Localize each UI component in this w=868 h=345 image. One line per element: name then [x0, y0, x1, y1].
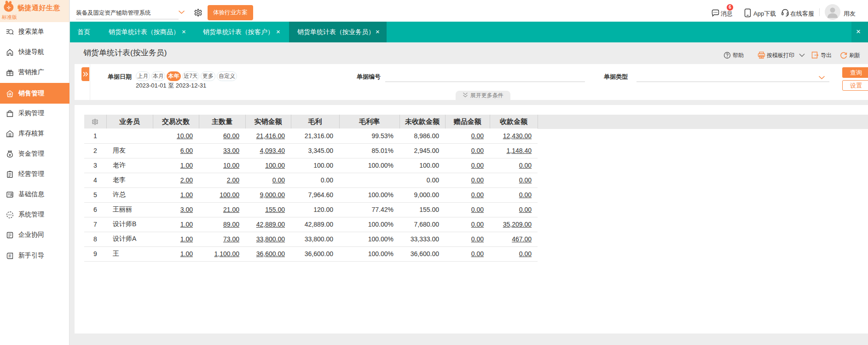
svg-text:新: 新 [8, 254, 12, 257]
